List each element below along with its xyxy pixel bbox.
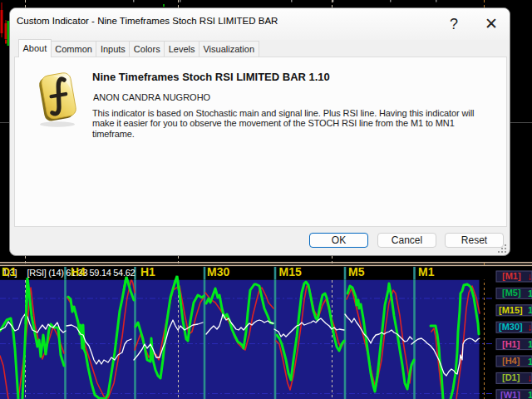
svg-text:M15: M15 xyxy=(279,265,302,278)
svg-text:[M5]: [M5] xyxy=(502,288,521,298)
svg-text:1: 1 xyxy=(528,288,532,298)
svg-text:1: 1 xyxy=(528,357,532,367)
svg-text:H4: H4 xyxy=(71,265,86,278)
svg-text:[M15]: [M15] xyxy=(499,305,523,315)
svg-text:M5: M5 xyxy=(348,265,365,278)
svg-text:M1: M1 xyxy=(418,265,435,278)
svg-text:59.14 54.62: 59.14 54.62 xyxy=(90,268,135,278)
svg-text:[M1]: [M1] xyxy=(502,271,521,281)
svg-text:[M30]: [M30] xyxy=(499,322,523,332)
svg-text:D1: D1 xyxy=(2,265,17,278)
svg-text:↓: ↓ xyxy=(527,271,532,283)
svg-text:1: 1 xyxy=(528,305,532,315)
svg-text:↓: ↓ xyxy=(527,372,532,384)
svg-text:H1: H1 xyxy=(140,265,155,278)
svg-text:[H1]: [H1] xyxy=(502,339,520,349)
svg-text:↓: ↓ xyxy=(527,322,532,333)
svg-text:1: 1 xyxy=(528,339,532,349)
svg-text:1: 1 xyxy=(528,390,532,399)
svg-text:[H4]: [H4] xyxy=(502,356,520,366)
svg-text:M30: M30 xyxy=(207,265,229,278)
svg-text:[D1]: [D1] xyxy=(502,372,520,382)
svg-text:[W1]: [W1] xyxy=(500,390,520,399)
